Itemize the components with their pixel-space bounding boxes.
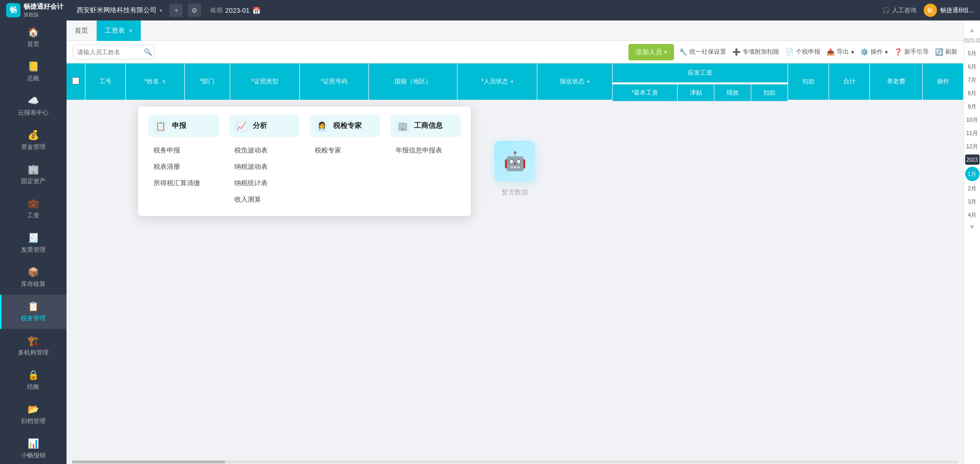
col-allowance: 津贴 <box>678 84 714 101</box>
guide-button[interactable]: ❓ 新手引导 <box>894 48 929 56</box>
right-panel-up-arrow[interactable]: ▲ <box>965 25 979 35</box>
sidebar-item-archive[interactable]: 📂 归档管理 <box>0 397 67 432</box>
bottom-scrollbar[interactable] <box>67 459 964 464</box>
app-name: 畅捷通好会计 <box>24 3 63 11</box>
logo: 畅 畅捷通好会计 旗舰版 <box>6 3 73 18</box>
refresh-button[interactable]: 🔄 刷新 <box>935 48 957 56</box>
col-idtype: *证照类型 <box>230 63 300 100</box>
export-button[interactable]: 📤 导出 ▾ <box>826 48 854 56</box>
right-panel-month-7[interactable]: 7月 <box>965 73 980 86</box>
sidebar-item-xiaochang[interactable]: 📊 小畅报销 <box>0 432 67 464</box>
user-area[interactable]: 畅 畅捷通B组... <box>924 4 974 17</box>
menu-tax-declare[interactable]: 税务申报 <box>148 142 219 159</box>
tab-close-icon[interactable]: × <box>129 27 133 34</box>
top-actions: ＋ ⚙ <box>169 4 201 17</box>
company-name: 西安虾米网络科技有限公司 <box>77 6 157 15</box>
sidebar-item-inventory[interactable]: 📦 库存核算 <box>0 260 67 295</box>
name-sort-icon[interactable]: ⇅ <box>162 79 166 84</box>
menu-tax-table[interactable]: 税表清册 <box>148 159 219 175</box>
sidebar-item-funds[interactable]: 💰 资金管理 <box>0 123 67 158</box>
right-panel-month-4[interactable]: 4月 <box>965 208 980 222</box>
tab-home[interactable]: 首页 <box>67 20 97 41</box>
sidebar-item-tax[interactable]: 📋 税务管理 <box>0 295 67 329</box>
right-panel-month-8[interactable]: 8月 <box>965 86 980 100</box>
sidebar-item-assets[interactable]: 🏢 固定资产 <box>0 158 67 192</box>
settings-icon[interactable]: ⚙ <box>188 4 201 17</box>
select-all-checkbox[interactable] <box>72 77 79 84</box>
export-icon: 📤 <box>826 48 835 56</box>
popup-col-header-analysis: 📈 分析 <box>229 115 300 137</box>
special-deduct-icon: ➕ <box>732 48 741 56</box>
sidebar-item-closing[interactable]: 🔒 结账 <box>0 363 67 397</box>
add-person-button[interactable]: 添加人员 ▾ <box>628 44 674 60</box>
search-icon: 🔍 <box>144 48 152 56</box>
tax-return-icon: 📄 <box>786 48 794 56</box>
inventory-icon: 📦 <box>28 267 39 278</box>
col-checkbox <box>67 63 85 100</box>
sidebar-item-cloud[interactable]: ☁️ 云报表中心 <box>0 89 67 123</box>
right-panel-month-3[interactable]: 3月 <box>965 195 980 208</box>
col-deduction: 扣款 <box>751 84 788 101</box>
guide-toolbar-icon: ❓ <box>894 48 902 56</box>
service-button[interactable]: 🎧 人工咨询 <box>882 6 917 15</box>
app-edition: 旗舰版 <box>24 11 63 18</box>
menu-tax-stat[interactable]: 纳税统计表 <box>229 175 300 191</box>
popup-col-header-shenb: 📋 申报 <box>148 115 219 137</box>
col-basic-salary: *基本工资 <box>612 84 678 101</box>
tab-salary-table[interactable]: 工资表 × <box>97 20 141 41</box>
col-status: *人员状态 ▾ <box>458 63 537 100</box>
cloud-icon: ☁️ <box>28 95 39 106</box>
right-panel-down-arrow[interactable]: ▼ <box>965 222 979 232</box>
col-social: 养老费 <box>870 63 923 100</box>
social-security-button[interactable]: 🔧 统一社保设置 <box>679 48 726 56</box>
add-company-button[interactable]: ＋ <box>169 4 183 17</box>
sidebar-item-multi[interactable]: 🏗️ 多机构管理 <box>0 329 67 363</box>
menu-tax-wave[interactable]: 税负波动表 <box>229 142 300 159</box>
right-panel-month-9[interactable]: 9月 <box>965 100 980 113</box>
special-deduct-button[interactable]: ➕ 专项附加扣除 <box>732 48 779 56</box>
headset-icon: 🎧 <box>882 7 890 14</box>
calendar-icon[interactable]: 📅 <box>252 7 260 14</box>
right-panel-month-10[interactable]: 10月 <box>965 113 980 126</box>
status-filter-icon[interactable]: ▾ <box>511 79 513 84</box>
col-dept: *部门 <box>185 63 230 100</box>
right-panel-month-12[interactable]: 12月 <box>965 140 980 153</box>
right-panel-year: 2023.01 <box>964 36 980 46</box>
report-filter-icon[interactable]: ▾ <box>587 79 590 84</box>
home-icon: 🏠 <box>28 27 39 38</box>
right-panel-month-6[interactable]: 6月 <box>965 60 980 73</box>
bizinfo-icon: 🏢 <box>396 119 410 133</box>
user-name: 畅捷通B组... <box>940 6 974 15</box>
expert-icon: 👩‍💼 <box>315 119 329 133</box>
top-bar: 畅 畅捷通好会计 旗舰版 西安虾米网络科技有限公司 ▾ ＋ ⚙ 账期 2023-… <box>0 0 980 20</box>
toolbar-actions: 🔧 统一社保设置 ➕ 专项附加扣除 📄 个税申报 📤 导出 ▾ ⚙️ <box>679 48 957 56</box>
right-panel-month-2[interactable]: 2月 <box>965 182 980 195</box>
col-name: *姓名 ⇅ <box>126 63 185 100</box>
logo-icon: 畅 <box>6 3 20 17</box>
tax-dropdown-popup: 📋 申报 税务申报 税表清册 所得税汇算清缴 � <box>138 106 471 216</box>
operation-button[interactable]: ⚙️ 操作 ▾ <box>860 48 888 56</box>
sidebar-item-invoice[interactable]: 🧾 发票管理 <box>0 226 67 260</box>
right-panel-month-5[interactable]: 5月 <box>965 47 980 60</box>
period-label: 账期 <box>210 6 223 15</box>
popup-col-expert: 👩‍💼 税检专家 税检专家 <box>310 115 390 208</box>
col-op: 操作 <box>923 63 964 100</box>
top-right: 🎧 人工咨询 畅 畅捷通B组... <box>882 4 974 17</box>
menu-annual-report[interactable]: 年报信息申报表 <box>390 142 461 159</box>
ledger-icon: 📒 <box>28 61 39 72</box>
tax-return-button[interactable]: 📄 个税申报 <box>786 48 820 56</box>
menu-tax-pay-wave[interactable]: 纳税波动表 <box>229 159 300 175</box>
right-panel-month-1[interactable]: 1月 <box>965 167 979 181</box>
sidebar-item-home[interactable]: 🏠 首页 <box>0 20 67 55</box>
menu-income-calc[interactable]: 收入测算 <box>229 191 300 208</box>
col-nation: 国籍（地区） <box>369 63 458 100</box>
menu-income-clear[interactable]: 所得税汇算清缴 <box>148 175 219 191</box>
popup-col-analysis: 📈 分析 税负波动表 纳税波动表 纳税统计表 收入测算 <box>229 115 310 208</box>
company-selector[interactable]: 西安虾米网络科技有限公司 ▾ <box>77 6 162 15</box>
sidebar-item-salary[interactable]: 💼 工资 <box>0 192 67 226</box>
sidebar-item-ledger[interactable]: 📒 总账 <box>0 55 67 89</box>
xiaochang-icon: 📊 <box>28 438 39 449</box>
search-input[interactable] <box>77 49 144 56</box>
right-panel-month-11[interactable]: 11月 <box>965 126 980 140</box>
menu-tax-expert[interactable]: 税检专家 <box>310 142 380 159</box>
